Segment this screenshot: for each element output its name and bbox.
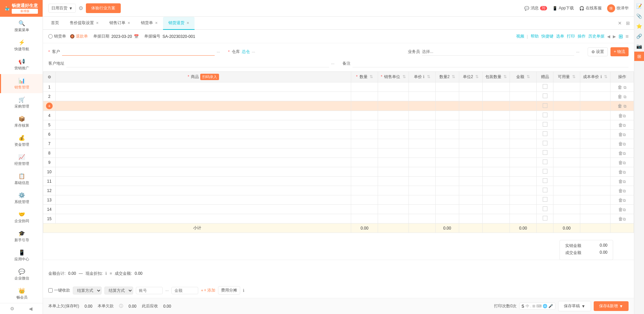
row-amount[interactable] xyxy=(510,92,537,101)
copy-row-btn[interactable]: ⧉ xyxy=(624,95,627,99)
message-item[interactable]: 💬 消息 70 xyxy=(524,5,547,11)
row-gift[interactable] xyxy=(537,92,553,101)
right-scan-btn[interactable]: 📷 xyxy=(634,42,644,51)
radio-return[interactable]: 退款单 xyxy=(70,34,88,39)
unit2-sort-icon[interactable]: ⇅ xyxy=(475,74,479,79)
row-unit2[interactable] xyxy=(459,82,482,92)
delete-row-btn[interactable]: 🗑 xyxy=(618,188,623,193)
row-cost[interactable] xyxy=(580,92,610,101)
row-qty2[interactable] xyxy=(435,101,459,111)
tab-sales[interactable]: 销货单 ✕ xyxy=(136,17,163,30)
th-settings[interactable]: ⚙ xyxy=(43,72,56,82)
delete-row-btn[interactable]: 🗑 xyxy=(618,122,623,128)
radio-sale-input[interactable] xyxy=(48,34,53,39)
delete-row-btn[interactable]: 🗑 xyxy=(618,103,622,109)
tab-return[interactable]: 销货退货 ✕ xyxy=(163,17,195,30)
print-link[interactable]: 打印 xyxy=(567,34,575,39)
account-input[interactable] xyxy=(136,287,163,294)
gift-checkbox[interactable] xyxy=(543,141,547,145)
row-unit[interactable] xyxy=(378,92,409,101)
delete-row-btn[interactable]: 🗑 xyxy=(618,179,623,184)
row-qty2[interactable] xyxy=(435,92,459,101)
warehouse-value[interactable]: 总仓 xyxy=(242,49,250,55)
tab-sales-close[interactable]: ✕ xyxy=(155,21,158,25)
collapse-btn[interactable]: ◀ xyxy=(29,306,33,311)
pkg-sort-icon[interactable]: ⇅ xyxy=(503,74,507,79)
sidebar-item-quick[interactable]: ⚡ 快捷导航 xyxy=(0,36,43,55)
tab-price-setting[interactable]: 售价提取设置 ✕ xyxy=(64,17,104,30)
sidebar-item-newbie[interactable]: 🎓 新手引导 xyxy=(0,227,43,246)
right-notes-btn[interactable]: 📝 xyxy=(634,1,644,11)
row-unit[interactable] xyxy=(378,101,409,111)
list-view-icon[interactable]: ≡ xyxy=(626,34,629,40)
tab-price-close[interactable]: ✕ xyxy=(96,21,99,25)
delete-row-btn[interactable]: 🗑 xyxy=(618,113,623,118)
settlement-select[interactable]: 结算方式 xyxy=(73,287,102,295)
gift-checkbox[interactable] xyxy=(543,160,547,164)
price-info-icon[interactable]: ℹ xyxy=(423,74,425,79)
online-service-item[interactable]: 🎧 在线客服 xyxy=(579,5,602,11)
sidebar-item-system[interactable]: ⚙️ 系统管理 xyxy=(0,189,43,208)
row-gift[interactable] xyxy=(537,101,553,111)
row-cost[interactable] xyxy=(580,101,610,111)
amount-input[interactable] xyxy=(171,287,198,294)
next-icon[interactable]: ▶ xyxy=(613,34,616,39)
unit-sort-icon[interactable]: ⇅ xyxy=(402,74,406,79)
copy-row-btn[interactable]: ⧉ xyxy=(624,85,627,90)
row-goods[interactable] xyxy=(56,101,351,111)
remark-input[interactable] xyxy=(353,60,629,67)
shortcut-link[interactable]: 快捷键 xyxy=(541,34,553,39)
add-payment-btn[interactable]: + + 添加 xyxy=(201,288,215,293)
copy-row-btn[interactable]: ⧉ xyxy=(623,142,626,146)
right-star-btn[interactable]: ⭐ xyxy=(634,21,644,31)
row-goods[interactable] xyxy=(56,92,351,101)
row-goods[interactable] xyxy=(56,82,351,92)
row-price[interactable] xyxy=(409,101,435,111)
delete-row-btn[interactable]: 🗑 xyxy=(618,207,623,212)
sidebar-item-vip[interactable]: 👑 畅会员 xyxy=(0,284,43,303)
warehouse-dots[interactable]: ··· xyxy=(252,50,255,54)
delete-row-btn[interactable]: 🗑 xyxy=(618,94,622,99)
sidebar-item-search[interactable]: 🔍 搜索菜单 xyxy=(0,17,43,36)
copy-row-btn[interactable]: ⧉ xyxy=(623,179,626,184)
row-pkg[interactable] xyxy=(482,82,509,92)
row-unit[interactable] xyxy=(378,82,409,92)
settings-bottom-btn[interactable]: ⚙ xyxy=(10,306,14,311)
address-dots[interactable]: ··· xyxy=(331,61,334,66)
tab-sales-order-close[interactable]: ✕ xyxy=(127,21,130,25)
row-price[interactable] xyxy=(409,92,435,101)
copy-row-btn[interactable]: ⧉ xyxy=(623,161,626,165)
sidebar-item-inventory[interactable]: 📦 库存核算 xyxy=(0,112,43,131)
row-gift[interactable] xyxy=(537,82,553,92)
category-select[interactable]: 日用百货 ▼ xyxy=(48,4,76,13)
row-amount[interactable] xyxy=(510,82,537,92)
gift-checkbox[interactable] xyxy=(543,84,547,89)
row-unit2[interactable] xyxy=(459,92,482,101)
row-avail[interactable] xyxy=(553,92,580,101)
gift-checkbox[interactable] xyxy=(543,188,547,192)
delete-row-btn[interactable]: 🗑 xyxy=(618,132,623,137)
sidebar-item-basic[interactable]: 📋 基础信息 xyxy=(0,170,43,189)
delete-row-btn[interactable]: 🗑 xyxy=(618,197,623,203)
help-link[interactable]: 帮助 xyxy=(531,34,539,39)
grid-view-icon[interactable]: ⊞ xyxy=(619,33,623,40)
user-item[interactable]: 徐 徐泽华 xyxy=(607,4,629,12)
sidebar-item-wechat[interactable]: 💬 企业微信 xyxy=(0,265,43,284)
radio-return-input[interactable] xyxy=(70,34,74,39)
row-avail[interactable] xyxy=(553,101,580,111)
right-attach-btn[interactable]: 📎 xyxy=(634,11,644,21)
tab-return-close[interactable]: ✕ xyxy=(186,21,189,25)
video-link[interactable]: 视频 xyxy=(516,34,524,39)
gift-checkbox[interactable] xyxy=(543,169,547,174)
gift-checkbox[interactable] xyxy=(543,216,547,221)
settings-btn[interactable]: ⚙ 设置 xyxy=(588,47,608,56)
expand-tab-btn[interactable]: ⊞ xyxy=(625,19,631,27)
delete-row-btn[interactable]: 🗑 xyxy=(618,169,623,175)
amount-sort-icon[interactable]: ⇅ xyxy=(527,74,530,79)
sidebar-item-finance[interactable]: 💰 资金管理 xyxy=(0,131,43,150)
right-link-btn[interactable]: 🔗 xyxy=(634,32,644,41)
gift-checkbox[interactable] xyxy=(543,197,547,202)
delete-row-btn[interactable]: 🗑 xyxy=(618,216,623,222)
copy-row-btn[interactable]: ⧉ xyxy=(623,189,626,193)
app-download-item[interactable]: 📱 App下载 xyxy=(552,5,574,11)
